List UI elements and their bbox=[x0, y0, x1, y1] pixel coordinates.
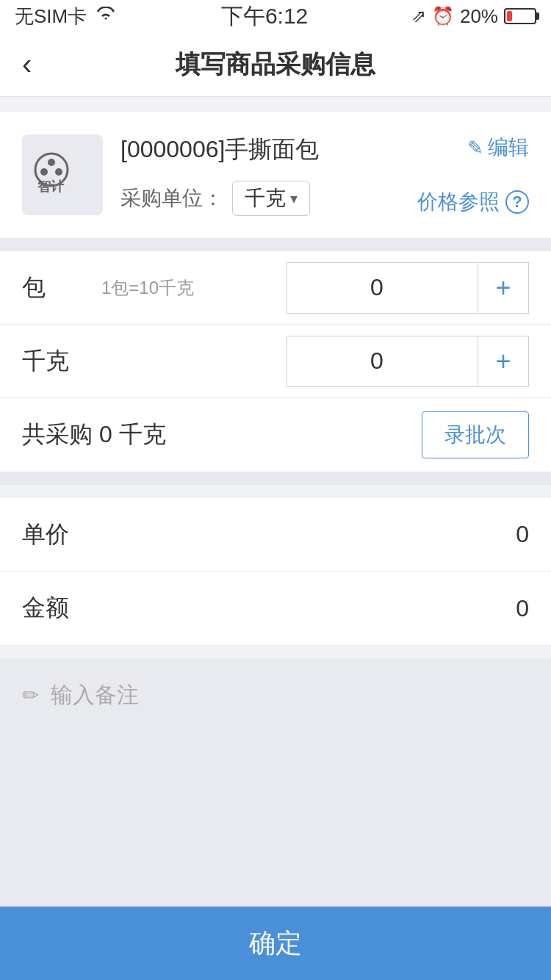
status-bar: 无SIM卡 下午6:12 ⇗ ⏰ 20% bbox=[0, 0, 551, 32]
battery-pct: 20% bbox=[460, 5, 498, 28]
info-icon: ? bbox=[505, 190, 529, 214]
svg-point-2 bbox=[40, 168, 48, 176]
svg-point-1 bbox=[48, 159, 55, 166]
remark-section[interactable]: ✏ 输入备注 bbox=[0, 658, 551, 908]
edit-label: 编辑 bbox=[488, 134, 529, 162]
section-divider-1 bbox=[0, 238, 551, 251]
pencil-icon: ✏ bbox=[22, 683, 39, 707]
pack-label: 包 bbox=[22, 272, 96, 304]
amount-label: 金额 bbox=[22, 592, 69, 624]
battery-indicator bbox=[504, 8, 536, 24]
unit-price-label: 单价 bbox=[22, 519, 69, 551]
pack-plus-button[interactable]: + bbox=[478, 262, 529, 314]
edit-button[interactable]: ✎ 编辑 bbox=[467, 134, 529, 162]
kg-input-row: 千克 + bbox=[0, 325, 551, 398]
wifi-icon bbox=[94, 5, 118, 28]
page-title: 填写商品采购信息 bbox=[176, 48, 375, 82]
status-bar-left: 无SIM卡 bbox=[15, 4, 118, 29]
product-card: 智计 [0000006]手撕面包 采购单位： 千克 ▾ ✎ 编辑 价格参照 ? bbox=[0, 112, 551, 238]
status-bar-time: 下午6:12 bbox=[221, 1, 308, 32]
summary-row: 共采购 0 千克 录批次 bbox=[0, 398, 551, 472]
price-ref-label: 价格参照 bbox=[417, 188, 500, 216]
product-image: 智计 bbox=[22, 134, 103, 215]
product-logo: 智计 bbox=[33, 151, 92, 199]
amount-value: 0 bbox=[516, 595, 529, 622]
unit-value: 千克 bbox=[245, 184, 286, 212]
batch-button[interactable]: 录批次 bbox=[422, 411, 529, 458]
back-button[interactable]: ‹ bbox=[22, 48, 32, 81]
remark-placeholder: 输入备注 bbox=[51, 680, 139, 710]
confirm-button[interactable]: 确定 bbox=[0, 907, 551, 980]
kg-input-right: + bbox=[287, 336, 529, 387]
pack-number-input[interactable] bbox=[287, 262, 478, 314]
section-divider-2 bbox=[0, 472, 551, 485]
unit-price-row: 单价 0 bbox=[0, 498, 551, 572]
price-section: 单价 0 金额 0 bbox=[0, 498, 551, 645]
unit-label: 采购单位： bbox=[120, 184, 223, 212]
alarm-icon: ⏰ bbox=[432, 6, 454, 26]
summary-text: 共采购 0 千克 bbox=[22, 419, 166, 451]
amount-row: 金额 0 bbox=[0, 572, 551, 645]
unit-selector[interactable]: 千克 ▾ bbox=[232, 181, 310, 216]
pack-input-row: 包 1包=10千克 + bbox=[0, 251, 551, 325]
kg-label: 千克 bbox=[22, 345, 96, 378]
input-section: 包 1包=10千克 + 千克 + bbox=[0, 251, 551, 398]
dropdown-arrow-icon: ▾ bbox=[290, 190, 298, 207]
kg-number-input[interactable] bbox=[287, 336, 478, 387]
svg-text:智计: 智计 bbox=[37, 179, 65, 194]
unit-price-value: 0 bbox=[516, 521, 529, 548]
status-bar-right: ⇗ ⏰ 20% bbox=[411, 5, 536, 28]
kg-plus-button[interactable]: + bbox=[478, 336, 529, 387]
svg-point-3 bbox=[55, 168, 62, 176]
pack-input-right: + bbox=[287, 262, 529, 314]
no-sim-text: 无SIM卡 bbox=[15, 4, 87, 29]
nav-bar: ‹ 填写商品采购信息 bbox=[0, 32, 551, 97]
price-ref-button[interactable]: 价格参照 ? bbox=[417, 188, 529, 216]
pack-sub-label: 1包=10千克 bbox=[101, 276, 194, 300]
edit-icon: ✎ bbox=[467, 137, 483, 159]
location-icon: ⇗ bbox=[411, 6, 426, 26]
